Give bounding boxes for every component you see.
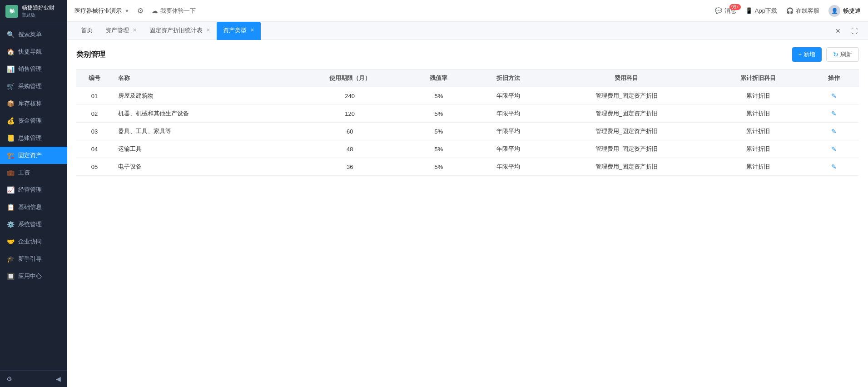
- tab-assettype-close[interactable]: ✕: [250, 28, 254, 33]
- tab-maximize-btn[interactable]: ⛶: [848, 25, 861, 37]
- cell-usage: 120: [293, 105, 407, 123]
- col-operations: 操作: [809, 69, 859, 87]
- sidebar-item-operations[interactable]: 📈 经营管理: [0, 181, 67, 198]
- sidebar-item-basics[interactable]: 📋 基础信息: [0, 198, 67, 216]
- sidebar-item-guide[interactable]: 🎓 新手引导: [0, 250, 67, 268]
- cell-code: 05: [76, 158, 113, 176]
- col-method: 折旧方法: [470, 69, 546, 87]
- sidebar-item-sales[interactable]: 📊 销售管理: [0, 60, 67, 78]
- cell-edit[interactable]: ✎: [809, 87, 859, 105]
- guide-icon: 🎓: [6, 255, 15, 263]
- cell-usage: 240: [293, 87, 407, 105]
- sidebar-item-payroll[interactable]: 💼 工资: [0, 164, 67, 181]
- sidebar-footer: ⚙ ◀: [0, 370, 67, 387]
- tab-close-window-btn[interactable]: ✕: [832, 25, 844, 37]
- app-edition: 普及版: [22, 12, 55, 18]
- appcenter-icon: 🔲: [6, 272, 15, 280]
- refresh-button[interactable]: ↻ 刷新: [826, 47, 859, 62]
- sidebar-item-purchase[interactable]: 🛒 采购管理: [0, 78, 67, 95]
- tab-home[interactable]: 首页: [74, 22, 99, 40]
- sidebar-item-fixedassets[interactable]: 🏗️ 固定资产: [0, 147, 67, 164]
- cell-method: 年限平均: [470, 105, 546, 123]
- sidebar-item-search[interactable]: 🔍 搜索菜单: [0, 26, 67, 43]
- logo-text-group: 畅捷通好业财 普及版: [22, 5, 55, 18]
- cell-name[interactable]: 房屋及建筑物: [113, 87, 293, 105]
- col-code: 编号: [76, 69, 113, 87]
- cell-name[interactable]: 机器、机械和其他生产设备: [113, 105, 293, 123]
- cell-method: 年限平均: [470, 158, 546, 176]
- cell-accumulated[interactable]: 累计折旧: [707, 158, 809, 176]
- appdownload-label: App下载: [755, 7, 777, 15]
- table-header-row: 编号 名称 使用期限（月） 残值率 折旧方法 费用科目 累计折旧科目 操作: [76, 69, 859, 87]
- cell-expense: 管理费用_固定资产折旧: [546, 105, 707, 123]
- sidebar-item-enterprise[interactable]: 🤝 企业协同: [0, 233, 67, 250]
- edit-icon[interactable]: ✎: [831, 128, 837, 135]
- cell-method: 年限平均: [470, 123, 546, 140]
- tab-depreciation-close[interactable]: ✕: [206, 28, 210, 33]
- tab-assettype[interactable]: 资产类型 ✕: [217, 22, 261, 40]
- funds-icon: 💰: [6, 117, 15, 125]
- cell-name[interactable]: 电子设备: [113, 158, 293, 176]
- edit-icon[interactable]: ✎: [831, 110, 837, 117]
- col-accumulated: 累计折旧科目: [707, 69, 809, 87]
- search-icon: 🔍: [6, 30, 15, 39]
- cell-edit[interactable]: ✎: [809, 123, 859, 140]
- cell-name[interactable]: 器具、工具、家具等: [113, 123, 293, 140]
- messages-badge: 99+: [729, 4, 741, 10]
- collapse-sidebar-icon[interactable]: ◀: [56, 375, 61, 382]
- sidebar-item-label: 基础信息: [18, 203, 42, 211]
- appdownload-action[interactable]: 📱 App下载: [745, 7, 777, 15]
- tab-assetmgmt-close[interactable]: ✕: [133, 28, 137, 33]
- sidebar-item-funds[interactable]: 💰 资金管理: [0, 112, 67, 129]
- cell-method: 年限平均: [470, 140, 546, 158]
- sidebar-item-label: 企业协同: [18, 238, 42, 246]
- support-icon: 🎧: [786, 7, 794, 14]
- table-row: 01房屋及建筑物2405%年限平均管理费用_固定资产折旧累计折旧✎: [76, 87, 859, 105]
- sidebar-item-ledger[interactable]: 📒 总账管理: [0, 129, 67, 147]
- table-row: 04运输工具485%年限平均管理费用_固定资产折旧累计折旧✎: [76, 140, 859, 158]
- top-header: 医疗器械行业演示 ▼ ⚙ ☁ 我要体验一下 💬 消息 99+ 📱 App下载 🎧…: [67, 0, 868, 22]
- module-selector[interactable]: 医疗器械行业演示 ▼: [74, 7, 129, 15]
- tab-depreciation[interactable]: 固定资产折旧统计表 ✕: [143, 22, 217, 40]
- cell-edit[interactable]: ✎: [809, 105, 859, 123]
- edit-icon[interactable]: ✎: [831, 163, 837, 170]
- cell-accumulated[interactable]: 累计折旧: [707, 123, 809, 140]
- cell-name[interactable]: 运输工具: [113, 140, 293, 158]
- cloud-icon: ☁: [151, 7, 158, 15]
- settings-footer-icon[interactable]: ⚙: [6, 375, 12, 382]
- cell-edit[interactable]: ✎: [809, 158, 859, 176]
- cell-expense: 管理费用_固定资产折旧: [546, 87, 707, 105]
- user-info[interactable]: 👤 畅捷通: [828, 5, 861, 17]
- operations-icon: 📈: [6, 186, 15, 194]
- cell-code: 04: [76, 140, 113, 158]
- cell-accumulated[interactable]: 累计折旧: [707, 140, 809, 158]
- messages-action[interactable]: 💬 消息 99+: [715, 7, 736, 15]
- payroll-icon: 💼: [6, 169, 15, 177]
- experience-button[interactable]: ☁ 我要体验一下: [151, 7, 196, 15]
- table-row: 02机器、机械和其他生产设备1205%年限平均管理费用_固定资产折旧累计折旧✎: [76, 105, 859, 123]
- ledger-icon: 📒: [6, 134, 15, 142]
- cell-expense: 管理费用_固定资产折旧: [546, 140, 707, 158]
- support-action[interactable]: 🎧 在线客服: [786, 7, 819, 15]
- cell-expense: 管理费用_固定资产折旧: [546, 158, 707, 176]
- sidebar-item-label: 经营管理: [18, 186, 42, 194]
- edit-icon[interactable]: ✎: [831, 145, 837, 153]
- table-row: 03器具、工具、家具等605%年限平均管理费用_固定资产折旧累计折旧✎: [76, 123, 859, 140]
- cell-edit[interactable]: ✎: [809, 140, 859, 158]
- cell-residual: 5%: [407, 158, 471, 176]
- sidebar-nav: 🔍 搜索菜单 🏠 快捷导航 📊 销售管理 🛒 采购管理 📦 库存核算 💰 资金管…: [0, 23, 67, 370]
- user-avatar: 👤: [828, 5, 840, 17]
- edit-icon[interactable]: ✎: [831, 92, 837, 99]
- sidebar-item-inventory[interactable]: 📦 库存核算: [0, 95, 67, 112]
- tab-assetmgmt[interactable]: 资产管理 ✕: [99, 22, 143, 40]
- sidebar: 畅 畅捷通好业财 普及版 🔍 搜索菜单 🏠 快捷导航 📊 销售管理 🛒 采购管理…: [0, 0, 67, 387]
- new-button[interactable]: + 新增: [792, 47, 822, 62]
- sidebar-item-appcenter[interactable]: 🔲 应用中心: [0, 268, 67, 285]
- purchase-icon: 🛒: [6, 82, 15, 90]
- sidebar-item-system[interactable]: ⚙️ 系统管理: [0, 216, 67, 233]
- module-settings-icon[interactable]: ⚙: [134, 5, 147, 17]
- sidebar-item-quicknav[interactable]: 🏠 快捷导航: [0, 43, 67, 60]
- cell-accumulated[interactable]: 累计折旧: [707, 87, 809, 105]
- header-right: 💬 消息 99+ 📱 App下载 🎧 在线客服 👤 畅捷通: [715, 5, 861, 17]
- cell-accumulated[interactable]: 累计折旧: [707, 105, 809, 123]
